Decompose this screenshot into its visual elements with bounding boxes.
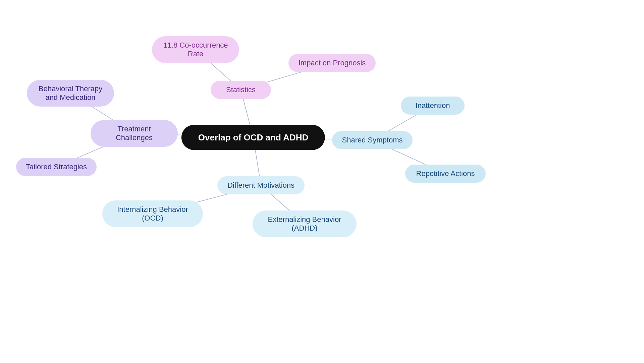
node-statistics[interactable]: Statistics [211,81,271,99]
node-treatment-challenges[interactable]: Treatment Challenges [91,120,178,147]
center-node[interactable]: Overlap of OCD and ADHD [181,125,325,150]
node-repetitive-actions[interactable]: Repetitive Actions [405,165,486,183]
node-tailored-strategies[interactable]: Tailored Strategies [16,158,97,176]
node-behavioral-therapy[interactable]: Behavioral Therapy and Medication [27,80,114,107]
node-impact-prognosis[interactable]: Impact on Prognosis [288,54,376,72]
node-internalizing[interactable]: Internalizing Behavior (OCD) [102,200,203,227]
node-different-motivations[interactable]: Different Motivations [217,176,305,194]
node-externalizing[interactable]: Externalizing Behavior (ADHD) [253,210,357,237]
node-inattention[interactable]: Inattention [401,97,465,115]
node-cooccurrence[interactable]: 11.8 Co-occurrence Rate [152,36,239,63]
node-shared-symptoms[interactable]: Shared Symptoms [332,131,413,149]
